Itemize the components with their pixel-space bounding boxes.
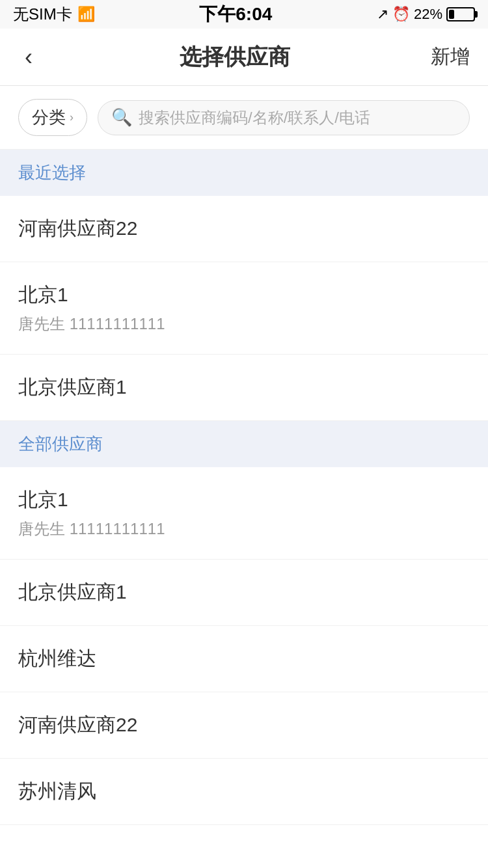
filter-bar: 分类 › 🔍 搜索供应商编码/名称/联系人/电话: [0, 86, 488, 150]
status-left: 无SIM卡 📶: [13, 4, 95, 25]
category-button[interactable]: 分类 ›: [18, 99, 87, 136]
search-box[interactable]: 🔍 搜索供应商编码/名称/联系人/电话: [98, 100, 470, 135]
alarm-icon: ⏰: [392, 6, 410, 23]
item-name: 苏州清风: [18, 778, 470, 805]
all-section-header: 全部供应商: [0, 421, 488, 467]
item-name: 北京1: [18, 487, 470, 513]
status-time: 下午6:04: [199, 2, 272, 27]
recent-list: 河南供应商22北京1唐先生 11111111111北京供应商1: [0, 196, 488, 421]
battery-icon: [446, 7, 475, 21]
nav-bar: ‹ 选择供应商 新增: [0, 29, 488, 86]
recent-list-item[interactable]: 河南供应商22: [0, 196, 488, 262]
item-sub: 唐先生 11111111111: [18, 314, 470, 334]
add-button[interactable]: 新增: [431, 44, 470, 70]
chevron-right-icon: ›: [70, 111, 74, 124]
item-name: 河南供应商22: [18, 215, 470, 242]
all-list-item[interactable]: 杭州维达: [0, 626, 488, 692]
item-name: 杭州维达: [18, 645, 470, 672]
back-button[interactable]: ‹: [18, 37, 39, 77]
item-name: 北京供应商1: [18, 579, 470, 606]
battery-fill: [449, 10, 454, 19]
status-right: ↗ ⏰ 22%: [377, 6, 475, 23]
all-list-item[interactable]: 河南供应商22: [0, 692, 488, 759]
all-list-item[interactable]: 北京1唐先生 11111111111: [0, 467, 488, 560]
recent-section-header: 最近选择: [0, 150, 488, 196]
item-sub: 唐先生 11111111111: [18, 519, 470, 539]
search-icon: 🔍: [111, 107, 132, 128]
page-title: 选择供应商: [180, 42, 290, 72]
location-icon: ↗: [377, 6, 388, 23]
all-list: 北京1唐先生 11111111111北京供应商1杭州维达河南供应商22苏州清风: [0, 467, 488, 825]
item-name: 河南供应商22: [18, 712, 470, 739]
item-name: 北京供应商1: [18, 374, 470, 401]
wifi-icon: 📶: [77, 6, 95, 23]
recent-list-item[interactable]: 北京供应商1: [0, 355, 488, 421]
status-bar: 无SIM卡 📶 下午6:04 ↗ ⏰ 22%: [0, 0, 488, 29]
battery-percent: 22%: [414, 6, 442, 23]
carrier-text: 无SIM卡: [13, 4, 72, 25]
search-placeholder: 搜索供应商编码/名称/联系人/电话: [139, 107, 370, 128]
category-label: 分类: [32, 106, 66, 129]
recent-section-label: 最近选择: [18, 163, 86, 182]
all-list-item[interactable]: 北京供应商1: [0, 560, 488, 626]
recent-list-item[interactable]: 北京1唐先生 11111111111: [0, 262, 488, 355]
item-name: 北京1: [18, 282, 470, 308]
all-list-item[interactable]: 苏州清风: [0, 759, 488, 825]
all-section-label: 全部供应商: [18, 434, 103, 454]
